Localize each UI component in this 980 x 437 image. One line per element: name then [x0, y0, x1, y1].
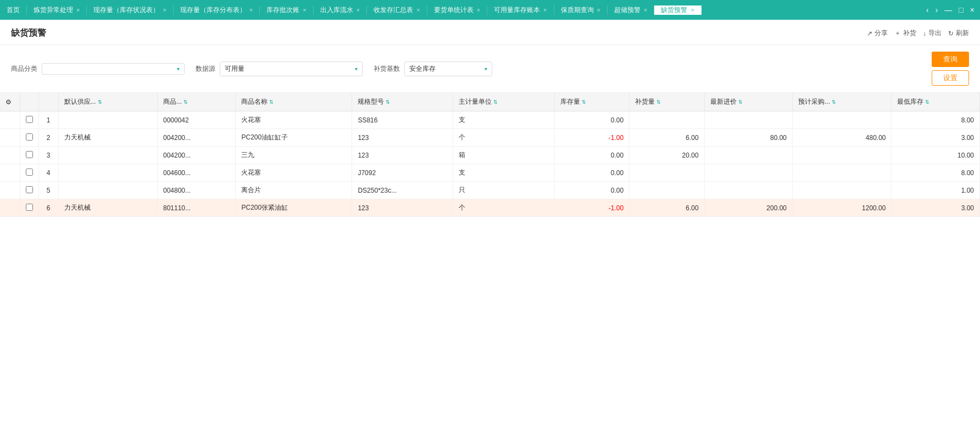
row-checkbox-cell [20, 129, 38, 147]
tab-close-stock-dist[interactable]: × [249, 7, 253, 13]
row-seq: 6 [38, 199, 58, 217]
tab-close-abnormal[interactable]: × [76, 7, 80, 13]
tab-close-receive-summary[interactable]: × [416, 7, 420, 13]
row-settings-cell [0, 111, 20, 129]
tab-close-shortage[interactable]: × [691, 7, 694, 13]
tab-close-expiry-query[interactable]: × [597, 7, 600, 13]
tab-shortage[interactable]: 缺货预警× [654, 5, 701, 15]
category-label: 商品分类 [11, 64, 37, 74]
row-est-purchase [792, 111, 892, 129]
tab-expiry-query[interactable]: 保质期查询× [554, 5, 608, 15]
row-seq: 5 [38, 182, 58, 199]
export-button[interactable]: ↓ 导出 [923, 29, 942, 38]
replenish-base-filter-group: 补货基数 安全库存 ▾ [374, 61, 492, 76]
row-checkbox[interactable] [26, 204, 33, 211]
col-header-min_stock[interactable]: 最低库存⇅ [892, 93, 980, 111]
col-header-spec[interactable]: 规格型号⇅ [352, 93, 453, 111]
row-checkbox[interactable] [26, 186, 33, 193]
tab-close-in-out-flow[interactable]: × [357, 7, 360, 13]
settings-button[interactable]: 设置 [932, 70, 969, 86]
tab-demand-stats[interactable]: 要货单统计表× [427, 5, 487, 15]
window-close-btn[interactable]: × [967, 3, 978, 16]
window-minimize-btn[interactable]: — [941, 3, 955, 16]
datasource-chevron-icon: ▾ [355, 66, 358, 72]
row-spec: 123 [352, 129, 453, 147]
tab-next-btn[interactable]: › [932, 3, 942, 16]
row-product-code: 801110... [158, 199, 236, 217]
row-product-code: 004800... [158, 182, 236, 199]
filter-bar: 商品分类 ▾ 数据源 可用量 ▾ 补货基数 安全库存 ▾ 查询 设置 [0, 45, 980, 93]
tab-close-overstock[interactable]: × [644, 7, 647, 13]
col-header-replenish[interactable]: 补货量⇅ [630, 93, 704, 111]
tab-close-stock-status[interactable]: × [163, 7, 166, 13]
tab-in-out-flow[interactable]: 出入库流水× [314, 5, 367, 15]
datasource-select[interactable]: 可用量 ▾ [220, 61, 363, 76]
table-row: 2力天机械004200...PC200油缸缸子123个-1.006.0080.0… [0, 129, 980, 147]
row-settings-cell [0, 199, 20, 217]
row-checkbox[interactable] [26, 133, 33, 141]
row-min-stock: 10.00 [892, 147, 980, 164]
tab-batch-account[interactable]: 库存批次账× [260, 5, 313, 15]
col-header-product_name[interactable]: 商品名称⇅ [236, 93, 352, 111]
window-maximize-btn[interactable]: □ [955, 3, 966, 16]
row-min-stock: 8.00 [892, 111, 980, 129]
row-replenish: 6.00 [630, 129, 704, 147]
refresh-button[interactable]: ↻ 刷新 [948, 29, 969, 38]
row-product-name: 火花塞 [236, 164, 352, 182]
query-button[interactable]: 查询 [932, 52, 969, 67]
col-header-est_purchase[interactable]: 预计采购...⇅ [792, 93, 892, 111]
tab-close-available-ledger[interactable]: × [543, 7, 547, 13]
col-header-supplier[interactable]: 默认供应...⇅ [58, 93, 158, 111]
col-header-product_code[interactable]: 商品...⇅ [158, 93, 236, 111]
main-content: 缺货预警 ↗ 分享 ＋ 补货 ↓ 导出 ↻ 刷新 商品分类 [0, 20, 980, 437]
row-latest-price [704, 182, 792, 199]
row-checkbox[interactable] [26, 151, 33, 158]
replenish-base-select[interactable]: 安全库存 ▾ [404, 61, 492, 76]
col-header-latest_price[interactable]: 最新进价⇅ [704, 93, 792, 111]
row-checkbox-cell [20, 199, 38, 217]
row-checkbox[interactable] [26, 116, 33, 123]
row-est-purchase [792, 147, 892, 164]
row-checkbox-cell [20, 182, 38, 199]
row-checkbox[interactable] [26, 169, 33, 176]
tab-abnormal[interactable]: 炼货异常处理× [27, 5, 87, 15]
row-latest-price [704, 164, 792, 182]
row-stock: 0.00 [554, 164, 629, 182]
row-replenish: 6.00 [630, 199, 704, 217]
row-product-name: 三九 [236, 147, 352, 164]
col-header-stock[interactable]: 库存量⇅ [554, 93, 629, 111]
table-row: 5004800...离合片DS250*23c...只0.001.00 [0, 182, 980, 199]
data-table: ⚙默认供应...⇅商品...⇅商品名称⇅规格型号⇅主计量单位⇅库存量⇅补货量⇅最… [0, 93, 980, 217]
row-unit: 个 [453, 129, 554, 147]
tab-overstock[interactable]: 超储预警× [608, 5, 654, 15]
replenish-button[interactable]: ＋ 补货 [894, 29, 916, 38]
negative-value: -1.00 [609, 204, 623, 212]
row-supplier [58, 147, 158, 164]
tab-stock-dist[interactable]: 现存量（库存分布表）× [174, 5, 260, 15]
tab-available-ledger[interactable]: 可用量库存账本× [487, 5, 554, 15]
tab-prev-btn[interactable]: ‹ [923, 3, 932, 16]
row-replenish [630, 164, 704, 182]
row-unit: 个 [453, 199, 554, 217]
share-button[interactable]: ↗ 分享 [867, 29, 888, 38]
row-replenish [630, 182, 704, 199]
tab-close-batch-account[interactable]: × [303, 7, 306, 13]
page-title: 缺货预警 [11, 27, 46, 39]
tab-stock-status[interactable]: 现存量（库存状况表）× [87, 5, 173, 15]
row-settings-cell [0, 129, 20, 147]
tab-home[interactable]: 首页 [0, 5, 27, 15]
tab-label-expiry-query: 保质期查询 [561, 5, 594, 15]
col-header-unit[interactable]: 主计量单位⇅ [453, 93, 554, 111]
row-product-code: 0000042 [158, 111, 236, 129]
row-stock: 0.00 [554, 111, 629, 129]
row-product-name: PC200油缸缸子 [236, 129, 352, 147]
tab-receive-summary[interactable]: 收发存汇总表× [367, 5, 427, 15]
sort-icon-spec: ⇅ [386, 99, 390, 105]
category-select[interactable]: ▾ [42, 63, 185, 75]
col-header-seq [38, 93, 58, 111]
row-est-purchase [792, 164, 892, 182]
table-row: 3004200...三九123箱0.0020.0010.00 [0, 147, 980, 164]
tab-close-demand-stats[interactable]: × [477, 7, 480, 13]
row-settings-cell [0, 182, 20, 199]
row-spec: J7092 [352, 164, 453, 182]
